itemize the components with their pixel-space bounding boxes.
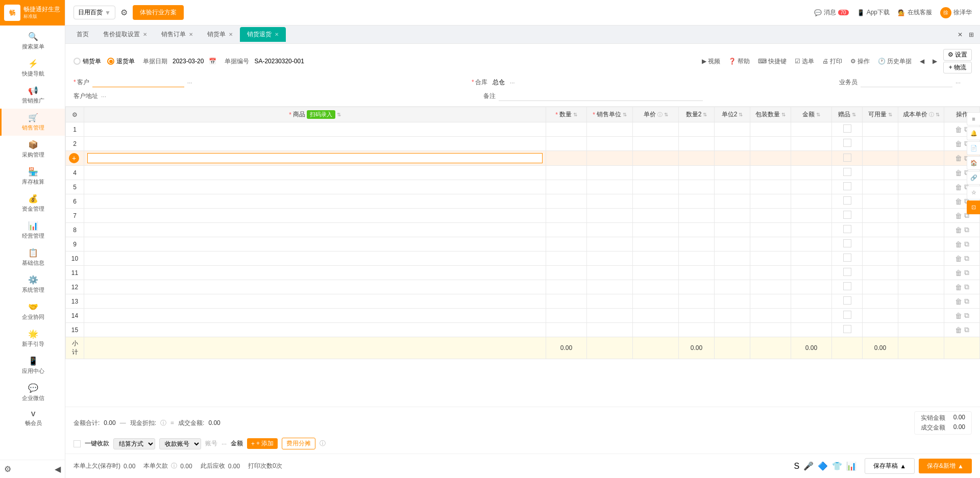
row-11-price[interactable] — [633, 266, 679, 280]
radio-delivery[interactable]: 销货单 — [74, 57, 101, 66]
row-14-unit[interactable] — [587, 309, 633, 323]
row-9-goods[interactable] — [84, 237, 546, 251]
row-9-unit2[interactable] — [715, 237, 750, 251]
row-1-unit2[interactable] — [715, 122, 750, 137]
right-float-item-active[interactable]: ⊡ — [967, 200, 980, 214]
row-1-delete-icon[interactable]: 🗑 — [955, 125, 962, 134]
costprice-sort-icon[interactable]: ⇅ — [936, 112, 940, 117]
row-14-copy-icon[interactable]: ⧉ — [964, 311, 969, 320]
row-8-unit[interactable] — [587, 223, 633, 237]
row-14-goods[interactable] — [84, 309, 546, 323]
row-12-gift-checkbox[interactable] — [843, 282, 851, 290]
row-2-price[interactable] — [633, 137, 679, 151]
row-9-qty2[interactable] — [679, 237, 715, 251]
row-3-qty[interactable] — [546, 151, 587, 166]
sidebar-item-wechat[interactable]: 💬 企业微信 — [0, 379, 65, 406]
row-7-amount[interactable] — [791, 209, 832, 223]
row-11-qty[interactable] — [546, 266, 587, 280]
row-11-goods[interactable] — [84, 266, 546, 280]
row-12-qty2[interactable] — [679, 280, 715, 294]
row-3-available[interactable] — [863, 151, 898, 166]
row-8-cost-price[interactable] — [898, 223, 944, 237]
row-1-available[interactable] — [863, 122, 898, 137]
row-13-amount[interactable] — [791, 294, 832, 309]
row-9-unit[interactable] — [587, 237, 633, 251]
tool3-icon[interactable]: 📊 — [846, 461, 856, 471]
row-13-pkgqty[interactable] — [750, 294, 791, 309]
row-6-gift-checkbox[interactable] — [843, 196, 851, 205]
row-1-gift-checkbox[interactable] — [843, 124, 851, 133]
row-11-amount[interactable] — [791, 266, 832, 280]
row-9-cost-price[interactable] — [898, 237, 944, 251]
row-2-available[interactable] — [863, 137, 898, 151]
row-11-qty2[interactable] — [679, 266, 715, 280]
row-12-qty[interactable] — [546, 280, 587, 294]
account-dots[interactable]: ··· — [222, 440, 227, 447]
row-11-cost-price[interactable] — [898, 266, 944, 280]
row-12-available[interactable] — [863, 280, 898, 294]
account-select[interactable]: 收款账号 — [159, 438, 201, 449]
row-12-price[interactable] — [633, 280, 679, 294]
row-11-unit[interactable] — [587, 266, 633, 280]
row-14-pkgqty[interactable] — [750, 309, 791, 323]
row-14-gift-checkbox[interactable] — [843, 311, 851, 319]
row-9-copy-icon[interactable]: ⧉ — [964, 240, 969, 248]
maximize-window-icon[interactable]: ⊞ — [967, 30, 976, 39]
row-6-available[interactable] — [863, 194, 898, 209]
tab-close-sales-order[interactable]: ✕ — [189, 32, 193, 37]
save-new-button[interactable]: 保存&新增 ▲ — [919, 459, 972, 473]
salesperson-select-icon[interactable]: ··· — [955, 79, 961, 86]
row-5-available[interactable] — [863, 180, 898, 194]
table-settings-icon[interactable]: ⚙ — [72, 111, 78, 118]
row-13-gift-checkbox[interactable] — [843, 296, 851, 305]
operate-btn[interactable]: ⚙ 操作 — [848, 56, 872, 67]
row-1-amount[interactable] — [791, 122, 832, 137]
calc-method-select[interactable]: 结算方式 — [113, 438, 155, 449]
user-profile[interactable]: 徐 徐泽华 — [940, 7, 972, 18]
row-15-goods[interactable] — [84, 323, 546, 337]
row-13-delete-icon[interactable]: 🗑 — [955, 297, 962, 306]
row-7-gift-checkbox[interactable] — [843, 211, 851, 219]
row-4-cost-price[interactable] — [898, 166, 944, 180]
discount-info-icon[interactable]: ⓘ — [160, 419, 166, 427]
row-2-pkgqty[interactable] — [750, 137, 791, 151]
save-draft-button[interactable]: 保存草稿 ▲ — [865, 458, 915, 474]
message-button[interactable]: 💬 消息 70 — [814, 8, 849, 17]
sidebar-item-inventory[interactable]: 🏪 库存核算 — [0, 163, 65, 190]
row-12-goods[interactable] — [84, 280, 546, 294]
row-15-copy-icon[interactable]: ⧉ — [964, 325, 969, 334]
row-4-available[interactable] — [863, 166, 898, 180]
row-15-amount[interactable] — [791, 323, 832, 337]
row-6-goods[interactable] — [84, 194, 546, 209]
sidebar-item-sales[interactable]: 🛒 销售管理 — [0, 109, 65, 136]
row-1-goods[interactable] — [84, 122, 546, 137]
video-btn[interactable]: ▶ 视频 — [700, 56, 722, 67]
row-10-delete-icon[interactable]: 🗑 — [955, 255, 962, 263]
select-btn[interactable]: ☑ 选单 — [793, 56, 816, 67]
sidebar-item-vip[interactable]: V 畅会员 — [0, 406, 65, 431]
row-3-qty2[interactable] — [679, 151, 715, 166]
row-11-pkgqty[interactable] — [750, 266, 791, 280]
goods-sort-icon[interactable]: ⇅ — [337, 112, 341, 117]
close-window-icon[interactable]: ✕ — [955, 30, 965, 39]
row-14-qty[interactable] — [546, 309, 587, 323]
row-13-unit2[interactable] — [715, 294, 750, 309]
row-10-qty[interactable] — [546, 251, 587, 266]
row-3-unit2[interactable] — [715, 151, 750, 166]
row-12-cost-price[interactable] — [898, 280, 944, 294]
next-btn[interactable]: ▶ — [930, 57, 939, 66]
add-row-button[interactable]: + — [69, 153, 79, 163]
row-2-qty2[interactable] — [679, 137, 715, 151]
row-2-goods[interactable] — [84, 137, 546, 151]
row-7-available[interactable] — [863, 209, 898, 223]
row-5-amount[interactable] — [791, 180, 832, 194]
row-1-price[interactable] — [633, 122, 679, 137]
row-9-pkgqty[interactable] — [750, 237, 791, 251]
row-10-price[interactable] — [633, 251, 679, 266]
row-15-available[interactable] — [863, 323, 898, 337]
qty2-sort-icon[interactable]: ⇅ — [703, 112, 707, 117]
warehouse-select-icon[interactable]: ··· — [510, 79, 515, 86]
row-1-cost-price[interactable] — [898, 122, 944, 137]
row-1-qty[interactable] — [546, 122, 587, 137]
row-13-copy-icon[interactable]: ⧉ — [964, 297, 969, 306]
